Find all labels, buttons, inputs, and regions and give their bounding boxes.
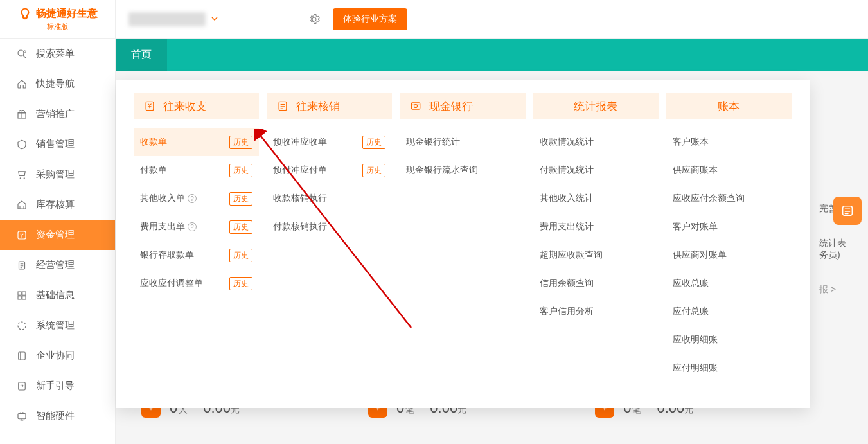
history-badge[interactable]: 历史 [229,277,252,290]
svg-point-11 [18,322,26,330]
flyout-item-label: 客户对账单 [673,221,718,233]
sidebar-item-label: 新手引导 [36,380,75,392]
flyout-item[interactable]: 费用支出单?历史 [134,213,259,241]
svg-line-1 [23,55,26,58]
flyout-item[interactable]: 其他收入单?历史 [134,184,259,213]
sidebar-item-label: 搜索菜单 [36,48,75,60]
sidebar-item-search[interactable]: 搜索菜单 [0,39,115,69]
flyout-item[interactable]: 应收应付调整单历史 [134,269,259,297]
sidebar-item-gift[interactable]: 营销推广 [0,99,115,129]
sidebar-item-clipboard[interactable]: 经营管理 [0,250,115,280]
sidebar-item-label: 销售管理 [36,138,75,150]
flyout-item[interactable]: 应收应付余额查询 [666,184,792,213]
flyout-item[interactable]: 付款单历史 [134,156,259,184]
flyout-col-header: 账本 [666,93,792,119]
sidebar-item-home[interactable]: 快捷导航 [0,69,115,99]
flyout-item[interactable]: 超期应收款查询 [533,241,659,269]
flyout-item-label: 收款核销执行 [273,193,327,204]
flyout-item[interactable]: 信用余额查询 [533,269,659,297]
sidebar-item-cycle[interactable]: 系统管理 [0,310,115,341]
flyout-item[interactable]: 预收冲应收单历史 [267,128,392,156]
floating-shortcut-button[interactable] [833,197,862,225]
flyout-item[interactable]: 应收总账 [666,269,792,297]
flyout-item[interactable]: 收款情况统计 [533,128,659,156]
flyout-item[interactable]: 预付冲应付单历史 [267,156,392,184]
settings-button[interactable] [305,10,324,29]
flyout-item-label: 应付总账 [673,306,709,317]
flyout-item[interactable]: 应付明细账 [666,354,792,382]
flyout-item-label: 其他收入单? [140,193,197,204]
sidebar-item-tv[interactable]: 智能硬件 [0,401,115,431]
history-badge[interactable]: 历史 [229,164,252,177]
sidebar-item-cart[interactable]: 采购管理 [0,159,115,190]
flyout-item-label: 费用支出单? [140,221,197,233]
svg-rect-8 [22,292,26,295]
badge-icon [15,138,28,151]
flyout-item-label: 银行存取款单 [140,249,194,261]
flyout-item-label: 超期应收款查询 [540,249,603,261]
svg-rect-17 [412,103,420,109]
peek-more[interactable]: 报 > [819,284,865,296]
tab-home[interactable]: 首页 [116,39,167,71]
brand-edition: 标准版 [47,22,68,31]
flyout-item[interactable]: 应收明细账 [666,326,792,354]
cart-icon [15,168,28,181]
history-badge[interactable]: 历史 [229,136,252,149]
flyout-col-header: 往来核销 [267,93,392,119]
cta-button[interactable]: 体验行业方案 [333,8,407,30]
flyout-item[interactable]: 现金银行统计 [400,128,525,156]
flyout-col-0: 往来收支收款单历史付款单历史其他收入单?历史费用支出单?历史银行存取款单历史应收… [134,93,259,382]
flyout-item[interactable]: 付款核销执行 [267,213,392,241]
sidebar-item-badge[interactable]: 销售管理 [0,129,115,159]
flyout-item-label: 应付明细账 [673,362,718,374]
tabbar: 首页 [116,39,868,71]
flyout-item[interactable]: 银行存取款单历史 [134,241,259,269]
help-icon[interactable]: ? [188,222,197,231]
sidebar-item-board[interactable]: 企业协同 [0,341,115,371]
flyout-item[interactable]: 收款单历史 [134,128,259,156]
flyout-item[interactable]: 其他收入统计 [533,184,659,213]
board-icon [15,350,28,362]
sidebar-item-label: 企业协同 [36,350,75,362]
flyout-item[interactable]: 客户信用分析 [533,297,659,326]
history-badge[interactable]: 历史 [362,164,385,177]
flyout-col-title: 统计报表 [574,99,617,114]
brand-block: 畅捷通好生意 标准版 [0,0,115,39]
history-badge[interactable]: 历史 [362,136,385,149]
flyout-item-label: 客户信用分析 [540,306,594,317]
sidebar-item-guide[interactable]: 新手引导 [0,371,115,401]
flyout-item-label: 客户账本 [673,136,709,148]
sidebar-item-warehouse[interactable]: 库存核算 [0,190,115,220]
sidebar: 畅捷通好生意 标准版 搜索菜单快捷导航营销推广销售管理采购管理库存核算资金管理经… [0,0,116,444]
flyout-item-label: 其他收入统计 [540,193,594,204]
history-badge[interactable]: 历史 [229,220,252,234]
flyout-item[interactable]: 客户账本 [666,128,792,156]
org-selector[interactable] [128,12,296,26]
flyout-item[interactable]: 供应商对账单 [666,241,792,269]
flyout-item[interactable]: 供应商账本 [666,156,792,184]
sidebar-item-label: 快捷导航 [36,78,75,90]
sidebar-item-money[interactable]: 资金管理 [0,220,115,250]
flyout-col-header: 统计报表 [533,93,659,119]
clipboard-icon [15,259,28,272]
grid-icon [15,289,28,302]
flyout-item[interactable]: 付款情况统计 [533,156,659,184]
flyout-item[interactable]: 客户对账单 [666,213,792,241]
flyout-item[interactable]: 现金银行流水查询 [400,156,525,184]
flyout-col-title: 往来收支 [163,99,207,114]
svg-rect-13 [19,382,26,390]
flyout-item[interactable]: 收款核销执行 [267,184,392,213]
cycle-icon [15,319,28,332]
sidebar-item-grid[interactable]: 基础信息 [0,280,115,310]
flyout-item[interactable]: 应付总账 [666,297,792,326]
flyout-col-header: 往来收支 [134,93,259,119]
flyout-item[interactable]: 费用支出统计 [533,213,659,241]
flyout-item-label: 供应商账本 [673,164,718,176]
history-badge[interactable]: 历史 [229,192,252,206]
flyout-item-label: 供应商对账单 [673,249,727,261]
help-icon[interactable]: ? [188,194,197,203]
search-icon [15,48,28,60]
topbar: 体验行业方案 [116,0,868,39]
flyout-col-3: 统计报表收款情况统计付款情况统计其他收入统计费用支出统计超期应收款查询信用余额查… [533,93,659,382]
history-badge[interactable]: 历史 [229,249,252,262]
